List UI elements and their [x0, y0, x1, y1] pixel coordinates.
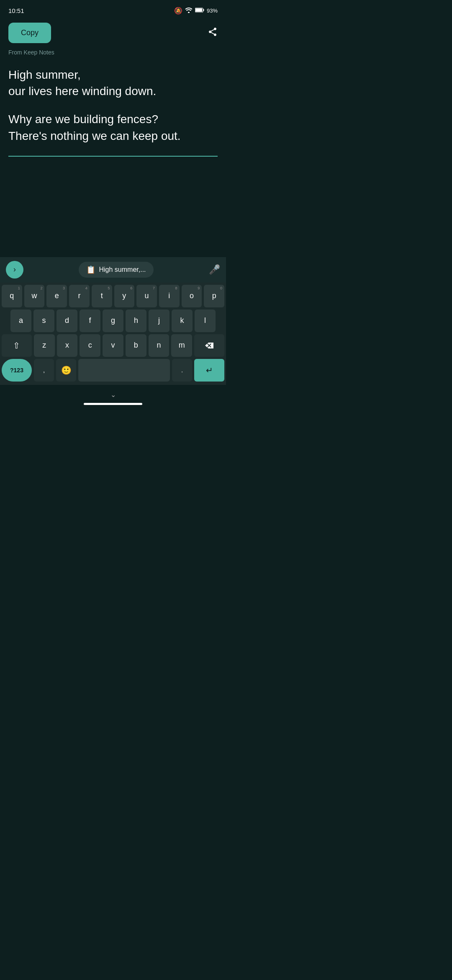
wifi-icon — [185, 7, 193, 14]
status-bar: 10:51 🔕 93% — [0, 0, 226, 18]
copy-button[interactable]: Copy — [8, 23, 51, 43]
clipboard-suggestion[interactable]: 📋 High summer,... — [79, 262, 153, 278]
nav-bar: ⌄ — [0, 385, 226, 413]
key-b[interactable]: b — [126, 334, 146, 357]
action-bar: Copy — [0, 18, 226, 47]
content-divider — [8, 156, 218, 157]
mic-icon[interactable]: 🎤 — [209, 264, 220, 275]
key-m[interactable]: m — [171, 334, 192, 357]
keyboard-row-2: a s d f g h j k l — [2, 309, 224, 332]
keyboard-row-1: 1q 2w 3e 4r 5t 6y 7u 8i 9o 0p — [2, 285, 224, 307]
key-v[interactable]: v — [103, 334, 123, 357]
svg-rect-2 — [203, 9, 204, 11]
mute-icon: 🔕 — [174, 7, 182, 15]
key-k[interactable]: k — [172, 309, 193, 332]
key-p[interactable]: 0p — [204, 285, 224, 307]
key-d[interactable]: d — [56, 309, 77, 332]
space-key[interactable] — [78, 359, 170, 382]
key-f[interactable]: f — [80, 309, 100, 332]
nav-handle — [84, 403, 142, 405]
nav-chevron-icon: ⌄ — [110, 389, 116, 400]
key-w[interactable]: 2w — [24, 285, 45, 307]
poem-stanza-1: High summer,our lives here winding down. — [8, 67, 218, 99]
key-t[interactable]: 5t — [92, 285, 112, 307]
poem-stanza-2: Why are we building fences?There's nothi… — [8, 111, 218, 144]
key-r[interactable]: 4r — [69, 285, 90, 307]
key-h[interactable]: h — [126, 309, 146, 332]
source-label: From Keep Notes — [0, 47, 226, 62]
key-z[interactable]: z — [34, 334, 55, 357]
key-e[interactable]: 3e — [46, 285, 67, 307]
key-c[interactable]: c — [80, 334, 100, 357]
keyboard-row-3: ⇧ z x c v b n m — [2, 334, 224, 357]
period-key[interactable]: . — [172, 359, 192, 382]
status-time: 10:51 — [8, 7, 24, 14]
empty-space — [0, 165, 226, 257]
key-n[interactable]: n — [149, 334, 170, 357]
share-icon[interactable] — [208, 27, 218, 39]
keyboard: 1q 2w 3e 4r 5t 6y 7u 8i 9o 0p a s d f g … — [0, 282, 226, 385]
comma-key[interactable]: , — [34, 359, 54, 382]
shift-key[interactable]: ⇧ — [2, 334, 32, 357]
battery-icon — [195, 7, 204, 14]
key-q[interactable]: 1q — [2, 285, 22, 307]
chevron-right-icon: › — [13, 265, 16, 274]
key-y[interactable]: 6y — [114, 285, 135, 307]
key-j[interactable]: j — [149, 309, 170, 332]
delete-key[interactable] — [194, 334, 224, 357]
suggestion-text: High summer,... — [99, 266, 146, 273]
poem-line-2: Why are we building fences?There's nothi… — [8, 111, 218, 144]
key-x[interactable]: x — [57, 334, 78, 357]
key-o[interactable]: 9o — [182, 285, 202, 307]
clipboard-icon: 📋 — [86, 265, 95, 274]
number-toggle-key[interactable]: ?123 — [2, 359, 32, 382]
suggestion-bar: › 📋 High summer,... 🎤 — [0, 257, 226, 282]
keyboard-row-4: ?123 , 🙂 . ↵ — [2, 359, 224, 382]
battery-percentage: 93% — [207, 8, 218, 14]
key-s[interactable]: s — [33, 309, 54, 332]
key-i[interactable]: 8i — [159, 285, 180, 307]
status-icons: 🔕 93% — [174, 7, 218, 15]
svg-rect-3 — [195, 8, 202, 12]
enter-key[interactable]: ↵ — [194, 359, 224, 382]
key-g[interactable]: g — [103, 309, 123, 332]
key-u[interactable]: 7u — [136, 285, 157, 307]
expand-arrow-button[interactable]: › — [6, 261, 23, 279]
key-a[interactable]: a — [10, 309, 31, 332]
emoji-key[interactable]: 🙂 — [56, 359, 76, 382]
svg-point-0 — [188, 12, 190, 13]
key-l[interactable]: l — [195, 309, 216, 332]
content-area: High summer,our lives here winding down.… — [0, 62, 226, 165]
poem-line-1: High summer,our lives here winding down. — [8, 67, 218, 99]
